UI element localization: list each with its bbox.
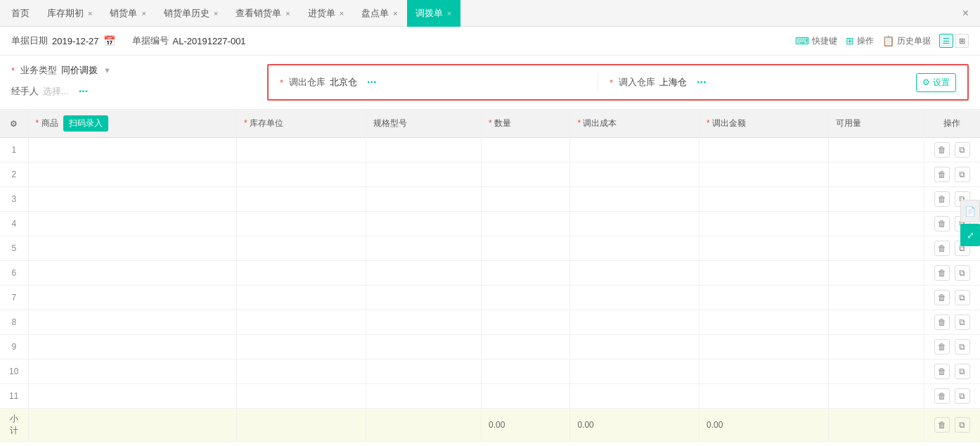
cell-cost[interactable] xyxy=(570,359,699,384)
cell-quantity[interactable] xyxy=(482,335,570,359)
col-gear[interactable]: ⚙ xyxy=(0,110,28,138)
cell-amount[interactable] xyxy=(699,310,829,335)
cell-cost[interactable] xyxy=(570,187,699,212)
calendar-icon[interactable]: 📅 xyxy=(103,35,115,46)
cell-spec[interactable] xyxy=(366,138,481,163)
tab-stocktake[interactable]: 盘点单 × xyxy=(353,0,406,27)
cell-spec[interactable] xyxy=(366,187,481,212)
cell-product[interactable] xyxy=(28,236,236,261)
cell-unit[interactable] xyxy=(236,335,366,359)
tab-close-purchase-order[interactable]: × xyxy=(340,9,344,18)
cell-available[interactable] xyxy=(828,335,924,359)
cell-product[interactable] xyxy=(28,163,236,187)
copy-icon[interactable]: ⧉ xyxy=(955,314,970,330)
copy-icon[interactable]: ⧉ xyxy=(955,388,970,404)
cell-quantity[interactable] xyxy=(482,286,570,310)
cell-product[interactable] xyxy=(28,261,236,286)
cell-cost[interactable] xyxy=(570,138,699,163)
delete-icon[interactable]: 🗑 xyxy=(934,216,950,231)
settings-button[interactable]: ⚙ 设置 xyxy=(916,73,956,92)
cell-available[interactable] xyxy=(828,187,924,212)
copy-icon[interactable]: ⧉ xyxy=(955,142,970,158)
cell-spec[interactable] xyxy=(366,236,481,261)
tab-view-sales[interactable]: 查看销货单 × xyxy=(227,0,299,27)
cell-cost[interactable] xyxy=(570,212,699,236)
cell-amount[interactable] xyxy=(699,261,829,286)
cell-amount[interactable] xyxy=(699,187,829,212)
cell-unit[interactable] xyxy=(236,384,366,409)
cell-unit[interactable] xyxy=(236,212,366,236)
cell-product[interactable] xyxy=(28,310,236,335)
float-expand-button[interactable]: ⤢ xyxy=(960,224,980,246)
warehouse-in-more-icon[interactable]: ··· xyxy=(697,76,706,89)
cell-amount[interactable] xyxy=(699,335,829,359)
cell-spec[interactable] xyxy=(366,310,481,335)
cell-spec[interactable] xyxy=(366,359,481,384)
delete-icon[interactable]: 🗑 xyxy=(934,290,950,305)
tab-close-sales-history[interactable]: × xyxy=(214,9,218,18)
cell-quantity[interactable] xyxy=(482,212,570,236)
cell-available[interactable] xyxy=(828,384,924,409)
tab-home[interactable]: 首页 xyxy=(3,0,39,27)
cell-unit[interactable] xyxy=(236,310,366,335)
cell-available[interactable] xyxy=(828,261,924,286)
cell-spec[interactable] xyxy=(366,286,481,310)
delete-icon[interactable]: 🗑 xyxy=(934,314,950,330)
cell-product[interactable] xyxy=(28,212,236,236)
copy-icon[interactable]: ⧉ xyxy=(955,339,970,355)
cell-available[interactable] xyxy=(828,138,924,163)
tab-transfer[interactable]: 调拨单 × xyxy=(407,0,460,27)
cell-spec[interactable] xyxy=(366,335,481,359)
tab-close-inventory-init[interactable]: × xyxy=(88,9,92,18)
cell-product[interactable] xyxy=(28,138,236,163)
cell-cost[interactable] xyxy=(570,261,699,286)
cell-spec[interactable] xyxy=(366,212,481,236)
cell-spec[interactable] xyxy=(366,384,481,409)
warehouse-out-more-icon[interactable]: ··· xyxy=(367,76,376,89)
cell-cost[interactable] xyxy=(570,286,699,310)
subtotal-delete-icon[interactable]: 🗑 xyxy=(934,417,950,433)
cell-quantity[interactable] xyxy=(482,359,570,384)
operation-button[interactable]: ⊞ 操作 xyxy=(846,35,874,47)
cell-spec[interactable] xyxy=(366,163,481,187)
float-doc-button[interactable]: 📄 xyxy=(960,200,980,222)
cell-quantity[interactable] xyxy=(482,261,570,286)
cell-available[interactable] xyxy=(828,212,924,236)
tab-inventory-init[interactable]: 库存期初 × xyxy=(39,0,101,27)
cell-unit[interactable] xyxy=(236,359,366,384)
cell-product[interactable] xyxy=(28,384,236,409)
cell-product[interactable] xyxy=(28,359,236,384)
copy-icon[interactable]: ⧉ xyxy=(955,167,970,182)
cell-available[interactable] xyxy=(828,236,924,261)
cell-unit[interactable] xyxy=(236,286,366,310)
tab-sales-history[interactable]: 销货单历史 × xyxy=(155,0,227,27)
cell-cost[interactable] xyxy=(570,163,699,187)
tab-close-view-sales[interactable]: × xyxy=(285,9,290,18)
cell-unit[interactable] xyxy=(236,138,366,163)
person-more-icon[interactable]: ··· xyxy=(79,85,88,98)
history-button[interactable]: 📋 历史单据 xyxy=(882,35,931,47)
tab-close-transfer[interactable]: × xyxy=(447,9,451,18)
cell-amount[interactable] xyxy=(699,359,829,384)
cell-amount[interactable] xyxy=(699,138,829,163)
cell-unit[interactable] xyxy=(236,261,366,286)
cell-cost[interactable] xyxy=(570,310,699,335)
copy-icon[interactable]: ⧉ xyxy=(955,290,970,305)
cell-spec[interactable] xyxy=(366,261,481,286)
cell-amount[interactable] xyxy=(699,236,829,261)
delete-icon[interactable]: 🗑 xyxy=(934,265,950,281)
copy-icon[interactable]: ⧉ xyxy=(955,265,970,281)
cell-available[interactable] xyxy=(828,163,924,187)
cell-quantity[interactable] xyxy=(482,384,570,409)
scan-button[interactable]: 扫码录入 xyxy=(63,115,108,132)
cell-cost[interactable] xyxy=(570,335,699,359)
delete-icon[interactable]: 🗑 xyxy=(934,364,950,379)
cell-amount[interactable] xyxy=(699,286,829,310)
layout-list-button[interactable]: ☰ xyxy=(939,34,953,48)
cell-unit[interactable] xyxy=(236,236,366,261)
cell-quantity[interactable] xyxy=(482,138,570,163)
cell-unit[interactable] xyxy=(236,187,366,212)
cell-product[interactable] xyxy=(28,187,236,212)
tab-sales-order[interactable]: 销货单 × xyxy=(101,0,155,27)
window-close-button[interactable]: × xyxy=(954,0,977,27)
